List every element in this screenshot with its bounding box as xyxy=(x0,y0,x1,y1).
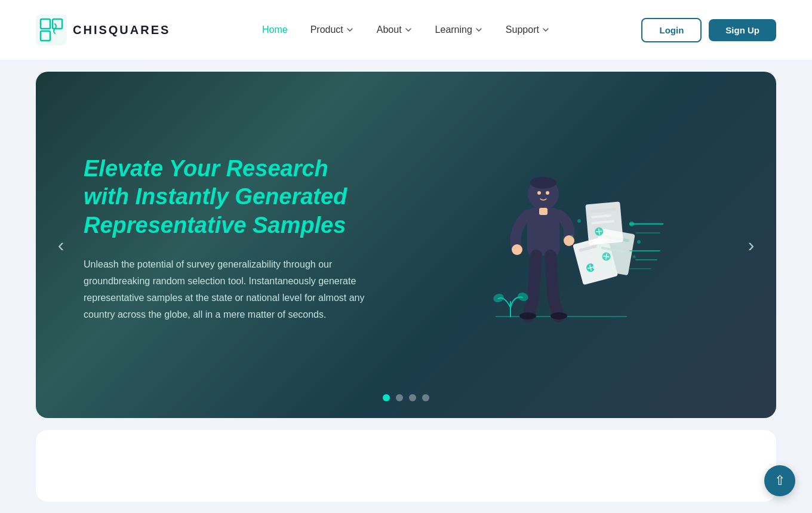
carousel-dot-2[interactable] xyxy=(396,394,403,401)
carousel-next-button[interactable]: › xyxy=(738,232,764,258)
svg-point-11 xyxy=(550,312,567,320)
carousel-dot-1[interactable] xyxy=(383,394,390,401)
hero-section: ‹ Elevate Your Research with Instantly G… xyxy=(36,72,776,418)
svg-point-8 xyxy=(512,244,522,255)
header: CHISQUARES Home Product About Learning S… xyxy=(0,0,812,60)
svg-line-35 xyxy=(599,229,599,235)
scroll-to-top-button[interactable]: ⇧ xyxy=(764,465,795,496)
chevron-down-icon xyxy=(346,26,354,34)
hero-content: Elevate Your Research with Instantly Gen… xyxy=(36,72,776,394)
carousel-prev-button[interactable]: ‹ xyxy=(48,232,74,258)
bottom-section xyxy=(36,430,776,502)
signup-button[interactable]: Sign Up xyxy=(709,19,776,41)
svg-point-40 xyxy=(571,235,573,237)
nav-home[interactable]: Home xyxy=(253,19,297,41)
nav-about[interactable]: About xyxy=(367,19,422,41)
auth-buttons: Login Sign Up xyxy=(641,18,776,42)
chevron-left-icon: ‹ xyxy=(58,235,64,254)
nav-support[interactable]: Support xyxy=(496,19,559,41)
svg-point-13 xyxy=(546,191,549,195)
svg-point-37 xyxy=(637,240,641,244)
nav-product[interactable]: Product xyxy=(301,19,364,41)
carousel-dot-4[interactable] xyxy=(422,394,429,401)
hero-description: Unleash the potential of survey generali… xyxy=(84,256,370,323)
login-button[interactable]: Login xyxy=(641,18,702,42)
chevron-down-icon xyxy=(475,26,483,34)
svg-point-9 xyxy=(564,235,574,246)
chevron-down-icon xyxy=(542,26,550,34)
arrow-up-icon: ⇧ xyxy=(774,473,785,489)
logo-icon xyxy=(36,14,67,45)
hero-text: Elevate Your Research with Instantly Gen… xyxy=(84,155,370,324)
logo-text: CHISQUARES xyxy=(73,23,170,37)
main-nav: Home Product About Learning Support xyxy=(253,19,559,41)
hero-illustration-svg xyxy=(424,137,675,340)
svg-point-12 xyxy=(537,191,541,195)
carousel-dot-3[interactable] xyxy=(409,394,416,401)
svg-point-39 xyxy=(577,219,581,223)
svg-rect-14 xyxy=(539,208,548,215)
nav-learning[interactable]: Learning xyxy=(426,19,493,41)
chevron-right-icon: › xyxy=(748,235,755,254)
chevron-down-icon xyxy=(404,26,413,34)
hero-illustration xyxy=(370,125,728,352)
carousel-dots xyxy=(383,394,429,401)
svg-point-10 xyxy=(519,312,536,320)
hero-title: Elevate Your Research with Instantly Gen… xyxy=(84,155,370,240)
svg-point-46 xyxy=(492,292,505,303)
svg-point-6 xyxy=(530,177,556,189)
svg-point-38 xyxy=(633,256,636,259)
logo[interactable]: CHISQUARES xyxy=(36,14,170,45)
